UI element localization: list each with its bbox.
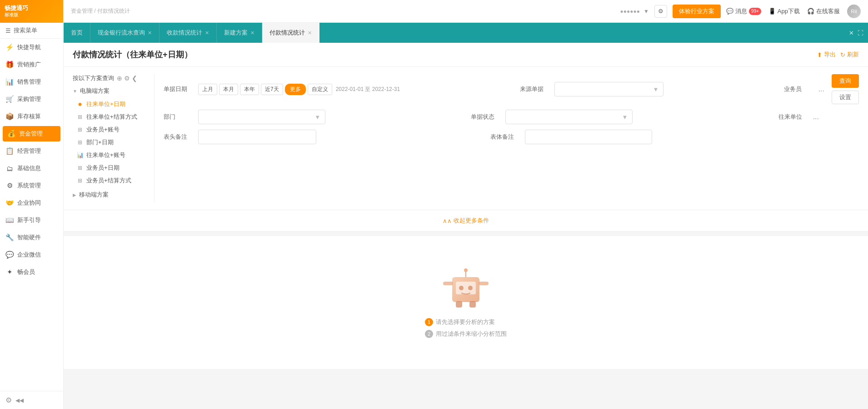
tab-actions: ✕ ⛶ bbox=[844, 23, 868, 43]
breadcrumb-text: 资金管理 / 付款情况统计 bbox=[71, 7, 130, 15]
query-button[interactable]: 查询 bbox=[832, 74, 859, 88]
quick-nav-icon: ⚡ bbox=[5, 43, 14, 51]
desktop-scheme-section: ▼ 电脑端方案 ● 往来单位+日期 ⊞ 往来单位+结算方式 ⊞ 业务员+账号 bbox=[73, 87, 147, 187]
body-note-input[interactable] bbox=[525, 130, 652, 144]
header-note-input[interactable] bbox=[198, 130, 316, 144]
settings-icon[interactable]: ⚙ bbox=[5, 396, 12, 404]
messages-label: 消息 bbox=[735, 7, 747, 15]
search-label: 搜索菜单 bbox=[14, 26, 37, 35]
collapse-sidebar-icon[interactable]: ◀◀ bbox=[15, 397, 24, 404]
add-scheme-icon[interactable]: ⊕ bbox=[117, 75, 122, 82]
date-btn-this-month[interactable]: 本月 bbox=[219, 84, 238, 95]
user-avatar-item[interactable]: Rit bbox=[847, 5, 861, 18]
scheme-header: 按以下方案查询 ⊕ ⚙ ❮ bbox=[73, 74, 147, 82]
app-download-label: App下载 bbox=[778, 7, 800, 15]
inventory-icon: 📦 bbox=[5, 112, 14, 121]
scheme-item-staff-account[interactable]: ⊞ 业务员+账号 bbox=[73, 123, 147, 136]
scheme-item-dept-date[interactable]: ⊞ 部门+日期 bbox=[73, 136, 147, 149]
svg-point-5 bbox=[464, 268, 468, 272]
partner-label: 往来单位 bbox=[778, 113, 806, 121]
mobile-section-header[interactable]: ▶ 移动端方案 bbox=[73, 191, 147, 199]
scheme-grid-icon: ⊞ bbox=[76, 113, 84, 121]
date-btn-last-month[interactable]: 上月 bbox=[198, 84, 217, 95]
avatar: Rit bbox=[847, 5, 861, 18]
settings-scheme-icon[interactable]: ⚙ bbox=[124, 75, 130, 82]
vip-icon: ✦ bbox=[5, 268, 14, 276]
app-download-item[interactable]: 📱 App下载 bbox=[768, 7, 800, 15]
scheme-label: 业务员+结算方式 bbox=[86, 177, 131, 185]
user-name: Rit bbox=[851, 9, 857, 14]
source-select[interactable]: ▼ bbox=[554, 82, 663, 96]
collapse-scheme-icon[interactable]: ❮ bbox=[132, 75, 137, 82]
voucher-status-label: 单据状态 bbox=[471, 113, 498, 121]
scheme-panel: 按以下方案查询 ⊕ ⚙ ❮ ▼ 电脑端方案 ● 往来单位+日期 bbox=[73, 74, 155, 202]
scheme-item-staff-date[interactable]: ⊞ 业务员+日期 bbox=[73, 162, 147, 174]
tab-cash-flow[interactable]: 现金银行流水查询 ✕ bbox=[90, 23, 160, 43]
tab-close-all-icon[interactable]: ✕ bbox=[849, 30, 854, 36]
online-service-item[interactable]: 🎧 在线客服 bbox=[807, 7, 840, 15]
desktop-section-header[interactable]: ▼ 电脑端方案 bbox=[73, 87, 147, 95]
sidebar-item-finance[interactable]: 💰 资金管理 bbox=[3, 126, 60, 141]
staff-dots[interactable]: ... bbox=[818, 85, 824, 93]
sidebar-item-weixin[interactable]: 💬 企业微信 bbox=[0, 246, 63, 263]
header-right: 💬 消息 99+ 📱 App下载 🎧 在线客服 Rit bbox=[726, 5, 861, 18]
dept-select[interactable]: ▼ bbox=[198, 110, 325, 124]
trial-btn[interactable]: 体验行业方案 bbox=[673, 5, 721, 18]
sidebar-item-marketing[interactable]: 🎁 营销推广 bbox=[0, 56, 63, 73]
empty-step-1: 1 请先选择要分析的方案 bbox=[425, 318, 507, 326]
messages-item[interactable]: 💬 消息 99+ bbox=[726, 7, 761, 15]
chevron-down-icon[interactable]: ▼ bbox=[644, 8, 649, 15]
sidebar-item-quick-nav[interactable]: ⚡ 快捷导航 bbox=[0, 39, 63, 56]
tab-close-icon[interactable]: ✕ bbox=[308, 30, 312, 36]
sidebar-item-hardware[interactable]: 🔧 智能硬件 bbox=[0, 229, 63, 246]
tab-receivable[interactable]: 收款情况统计 ✕ bbox=[160, 23, 217, 43]
export-button[interactable]: ⬆ 导出 bbox=[817, 50, 836, 59]
sales-icon: 📊 bbox=[5, 78, 14, 86]
hardware-icon: 🔧 bbox=[5, 233, 14, 242]
tab-close-icon[interactable]: ✕ bbox=[148, 30, 152, 36]
sidebar-item-system[interactable]: ⚙ 系统管理 bbox=[0, 177, 63, 194]
setting-button[interactable]: 设置 bbox=[832, 91, 859, 104]
sidebar-item-operations[interactable]: 📋 经营管理 bbox=[0, 142, 63, 160]
date-label: 单据日期 bbox=[164, 85, 191, 93]
scheme-item-unit-date[interactable]: ● 往来单位+日期 bbox=[73, 98, 147, 111]
sidebar-item-vip[interactable]: ✦ 畅会员 bbox=[0, 263, 63, 281]
sidebar-item-inventory[interactable]: 📦 库存核算 bbox=[0, 108, 63, 125]
tab-close-icon[interactable]: ✕ bbox=[205, 30, 209, 36]
tab-close-icon[interactable]: ✕ bbox=[250, 30, 254, 36]
svg-rect-7 bbox=[479, 282, 489, 285]
sidebar-item-basic-info[interactable]: 🗂 基础信息 bbox=[0, 160, 63, 177]
weixin-icon: 💬 bbox=[5, 251, 14, 259]
date-btn-custom[interactable]: 自定义 bbox=[308, 84, 332, 95]
search-menu[interactable]: ☰ 搜索菜单 bbox=[0, 23, 63, 39]
date-btn-7days[interactable]: 近7天 bbox=[261, 84, 283, 95]
scheme-label: 往来单位+日期 bbox=[86, 100, 125, 108]
scheme-label: 业务员+日期 bbox=[86, 164, 120, 172]
tab-new-scheme-label: 新建方案 bbox=[224, 29, 248, 37]
sidebar-label: 智能硬件 bbox=[17, 233, 41, 242]
scheme-item-unit-payment[interactable]: ⊞ 往来单位+结算方式 bbox=[73, 111, 147, 123]
tab-payment-stat[interactable]: 付款情况统计 ✕ bbox=[262, 23, 319, 43]
tab-expand-icon[interactable]: ⛶ bbox=[858, 30, 863, 36]
chevron-down-icon: ▼ bbox=[314, 114, 320, 121]
top-header: 资金管理 / 付款情况统计 ●●●●●● ▼ ⚙ 体验行业方案 💬 消息 99+… bbox=[64, 0, 868, 23]
sidebar-item-guide[interactable]: 📖 新手引导 bbox=[0, 212, 63, 229]
empty-step-2-text: 用过滤条件来缩小分析范围 bbox=[436, 330, 507, 338]
sidebar-item-sales[interactable]: 📊 销售管理 bbox=[0, 73, 63, 91]
svg-point-2 bbox=[459, 286, 464, 290]
date-btn-this-year[interactable]: 本年 bbox=[240, 84, 259, 95]
scheme-item-staff-payment[interactable]: ⊞ 业务员+结算方式 bbox=[73, 174, 147, 187]
scheme-label: 业务员+账号 bbox=[86, 126, 120, 134]
tab-home[interactable]: 首页 bbox=[64, 23, 90, 43]
collapse-more-button[interactable]: ∧∧ 收起更多条件 bbox=[437, 215, 494, 227]
refresh-button[interactable]: ↻ 刷新 bbox=[840, 50, 859, 59]
voucher-status-select[interactable]: ▼ bbox=[505, 110, 633, 124]
sidebar-item-collab[interactable]: 🤝 企业协同 bbox=[0, 194, 63, 212]
sidebar-label: 新手引导 bbox=[17, 216, 41, 224]
sidebar-item-purchase[interactable]: 🛒 采购管理 bbox=[0, 91, 63, 108]
scheme-item-unit-account[interactable]: 📊 往来单位+账号 bbox=[73, 149, 147, 162]
settings-button[interactable]: ⚙ bbox=[654, 5, 667, 18]
date-btn-more[interactable]: 更多 bbox=[285, 84, 306, 95]
partner-dots[interactable]: ... bbox=[813, 113, 819, 121]
tab-new-scheme[interactable]: 新建方案 ✕ bbox=[217, 23, 262, 43]
